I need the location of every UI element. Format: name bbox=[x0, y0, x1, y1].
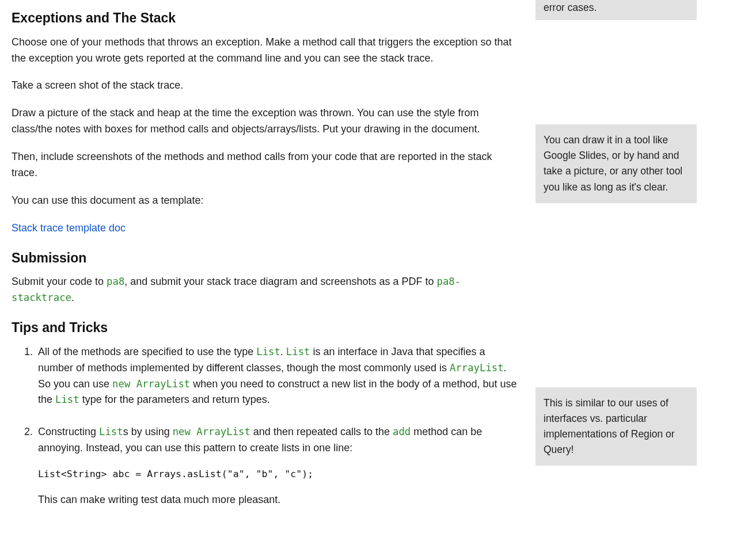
stack-trace-template-link[interactable]: Stack trace template doc bbox=[12, 222, 126, 234]
tip-item-1: All of the methods are specified to use … bbox=[36, 344, 518, 409]
text-fragment: Submit your code to bbox=[12, 276, 107, 287]
code-list-2: List bbox=[286, 346, 310, 357]
heading-submission: Submission bbox=[12, 248, 518, 269]
text-fragment: This can make writing test data much mor… bbox=[38, 492, 518, 508]
text-fragment: , and submit your stack trace diagram an… bbox=[124, 276, 436, 287]
code-new-arraylist: new ArrayList bbox=[112, 378, 190, 390]
tip-item-2: Constructing Lists by using new ArrayLis… bbox=[36, 424, 518, 508]
text-fragment: type for the parameters and return types… bbox=[79, 394, 270, 405]
para-exceptions-3: Draw a picture of the stack and heap at … bbox=[12, 105, 518, 138]
text-fragment: s by using bbox=[123, 426, 173, 437]
code-list-3: List bbox=[55, 394, 79, 405]
para-exceptions-2: Take a screen shot of the stack trace. bbox=[12, 78, 518, 94]
side-note-drawing-tools: You can draw it in a tool like Google Sl… bbox=[535, 124, 697, 203]
para-exceptions-4: Then, include screenshots of the methods… bbox=[12, 149, 518, 181]
text-fragment: Constructing bbox=[38, 426, 99, 437]
para-exceptions-5: You can use this document as a template: bbox=[12, 193, 518, 209]
para-exceptions-1: Choose one of your methods that throws a… bbox=[12, 35, 518, 67]
sidebar: error cases. You can draw it in a tool l… bbox=[535, 0, 697, 560]
code-block-arrays-aslist: List<String> abc = Arrays.asList("a", "b… bbox=[38, 467, 518, 482]
heading-exceptions: Exceptions and The Stack bbox=[12, 8, 518, 29]
code-list: List bbox=[256, 346, 280, 357]
code-pa8: pa8 bbox=[107, 276, 124, 287]
text-fragment: All of the methods are specified to use … bbox=[38, 346, 256, 357]
code-arraylist: ArrayList bbox=[450, 362, 504, 374]
text-fragment: . bbox=[71, 292, 74, 303]
main-content: Exceptions and The Stack Choose one of y… bbox=[12, 0, 535, 560]
code-add: add bbox=[393, 426, 411, 437]
side-note-interfaces: This is similar to our uses of interface… bbox=[535, 387, 697, 466]
para-submission: Submit your code to pa8, and submit your… bbox=[12, 274, 518, 306]
text-fragment: . bbox=[280, 346, 286, 357]
code-list-4: List bbox=[99, 426, 123, 437]
text-fragment: and then repeated calls to the bbox=[250, 426, 393, 437]
side-note-error-cases: error cases. bbox=[535, 0, 697, 20]
heading-tips: Tips and Tricks bbox=[12, 318, 518, 338]
code-new-arraylist-2: new ArrayList bbox=[173, 426, 250, 437]
